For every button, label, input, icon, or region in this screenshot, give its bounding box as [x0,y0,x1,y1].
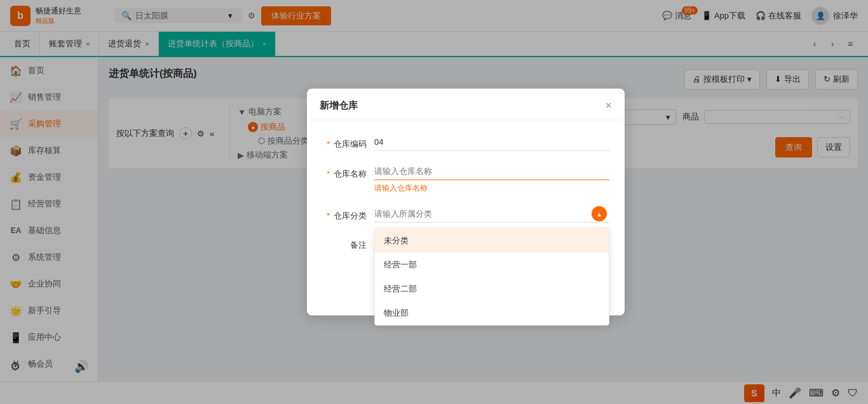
form-row-name: * 仓库名称 请输入仓库名称 [322,163,609,194]
form-label-code: * 仓库编码 [322,133,367,150]
required-star-code: * [327,139,330,149]
category-dropdown-input[interactable] [374,205,609,223]
dropdown-arrow-icon [597,210,601,219]
dropdown-item-3[interactable]: 物业部 [375,301,609,325]
form-row-code: * 仓库编码 [322,133,609,151]
category-dropdown-menu: 未分类 经营一部 经营二部 物业部 [374,228,609,326]
warehouse-name-input[interactable] [374,163,609,180]
category-dropdown-container: 未分类 经营一部 经营二部 物业部 [374,205,609,223]
new-warehouse-modal: 新增仓库 × * 仓库编码 * 仓库名称 请输入仓库名称 [307,89,625,316]
modal-title: 新增仓库 [320,100,358,112]
modal-body: * 仓库编码 * 仓库名称 请输入仓库名称 * 仓库分类 [307,121,625,276]
modal-header: 新增仓库 × [307,89,625,121]
name-error-area: 请输入仓库名称 [322,183,428,194]
required-star-name: * [327,169,330,178]
name-error-message: 请输入仓库名称 [374,184,428,192]
form-label-category: * 仓库分类 [322,205,367,222]
form-label-remark: 备注 [322,234,367,251]
dropdown-item-1[interactable]: 经营一部 [375,253,609,277]
required-star-category: * [327,211,330,220]
dropdown-item-2[interactable]: 经营二部 [375,277,609,301]
dropdown-item-0[interactable]: 未分类 [375,229,609,253]
modal-close-button[interactable]: × [605,99,612,112]
form-row-category: * 仓库分类 未分类 经营一部 经营二部 物业部 [322,205,609,223]
category-dropdown-toggle[interactable] [592,206,607,222]
form-label-name: * 仓库名称 [322,163,367,180]
warehouse-code-input[interactable] [374,133,609,151]
